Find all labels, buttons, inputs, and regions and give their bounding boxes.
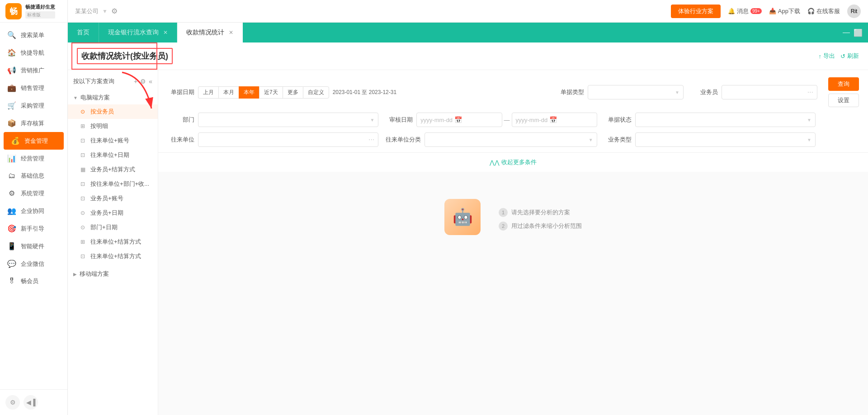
notification-btn[interactable]: 🔔 消息 99+ — [728, 7, 762, 15]
app-download-btn[interactable]: 📥 App下载 — [769, 7, 800, 15]
dept-field: 部门 ▼ — [167, 113, 378, 127]
date-tab-custom[interactable]: 自定义 — [303, 86, 329, 99]
scheme-item-salesperson-payment[interactable]: ▦ 业务员+结算方式 — [68, 162, 158, 177]
sidebar-item-collab[interactable]: 👥 企业协同 — [0, 202, 67, 220]
date-tab-7days[interactable]: 近7天 — [259, 86, 283, 99]
scheme-group-desktop-header[interactable]: ▼ 电脑端方案 — [68, 91, 158, 104]
sidebar-collapse-btn[interactable]: ◀▐ — [24, 395, 38, 410]
doc-type-field: 单据类型 ▼ — [557, 85, 684, 99]
guide-icon: 🎯 — [7, 224, 16, 233]
review-date-field: 审核日期 yyyy-mm-dd 📅 — yyyy-mm-dd 📅 — [386, 113, 597, 127]
sidebar-item-sales[interactable]: 💼 销售管理 — [0, 79, 67, 97]
tab-bar: 首页 现金银行流水查询 ✕ 收款情况统计 ✕ — ⬜ — [68, 23, 868, 42]
tab-collection-stats-close-icon[interactable]: ✕ — [229, 29, 233, 36]
dept-select[interactable]: ▼ — [198, 113, 378, 127]
sidebar-item-system[interactable]: ⚙ 系统管理 — [0, 184, 67, 202]
sidebar-item-basic-info[interactable]: 🗂 基础信息 — [0, 167, 67, 184]
tab-home[interactable]: 首页 — [68, 23, 99, 42]
online-service-btn[interactable]: 🎧 在线客服 — [807, 7, 840, 15]
biz-type-field: 业务类型 ▼ — [604, 132, 816, 147]
scheme-item-partner-payment2[interactable]: ⊡ 往来单位+结算方式 — [68, 249, 158, 264]
scheme-item-partner-account[interactable]: ⊡ 往来单位+账号 — [68, 133, 158, 148]
sidebar: 畅 畅捷通好生意 标准版 🔍 搜索菜单 🏠 快捷导航 📢 营销推广 💼 销售管理… — [0, 0, 68, 415]
collapse-up-icon: ⋀⋀ — [490, 159, 500, 166]
header-settings-icon[interactable]: ⚙ — [111, 7, 118, 15]
breadcrumb-chevron-icon: ▼ — [102, 8, 108, 14]
scheme-item-salesperson[interactable]: ⊙ 按业务员 — [68, 104, 158, 119]
sidebar-label-collab: 企业协同 — [21, 207, 44, 215]
doc-status-select[interactable]: ▼ — [635, 113, 816, 127]
scheme-item-detail[interactable]: ⊞ 按明细 — [68, 119, 158, 133]
refresh-button[interactable]: ↺ 刷新 — [840, 52, 859, 60]
page-title-actions: ↑ 导出 ↺ 刷新 — [819, 52, 859, 60]
calendar-start-icon: 📅 — [454, 116, 462, 123]
trial-button[interactable]: 体验行业方案 — [671, 5, 721, 18]
partner-category-field: 往来单位分类 ▼ — [386, 132, 597, 147]
sidebar-item-member[interactable]: 🎖 畅会员 — [0, 273, 67, 290]
partner-category-select[interactable]: ▼ — [425, 132, 597, 147]
sidebar-bottom: ⚙ ◀▐ — [0, 389, 67, 415]
user-avatar[interactable]: Rit — [847, 5, 861, 18]
scheme-item-sp-account[interactable]: ⊡ 业务员+账号 — [68, 191, 158, 206]
date-tab-last-month[interactable]: 上月 — [198, 86, 218, 99]
finance-icon: 💰 — [11, 137, 20, 145]
scheme-collapse-icon[interactable]: « — [149, 78, 152, 85]
scheme-item-partner-payment1[interactable]: ⊞ 往来单位+结算方式 — [68, 235, 158, 249]
date-range-text: 2023-01-01 至 2023-12-31 — [333, 89, 396, 96]
doc-type-chevron-icon: ▼ — [675, 90, 679, 95]
hardware-icon: 📱 — [7, 242, 16, 250]
sidebar-item-quick-nav[interactable]: 🏠 快捷导航 — [0, 44, 67, 61]
scheme-item-sp-date[interactable]: ⊙ 业务员+日期 — [68, 206, 158, 220]
sidebar-label-quick-nav: 快捷导航 — [21, 49, 44, 57]
search-icon: 🔍 — [7, 31, 16, 39]
main-area: 某某公司 ▼ ⚙ 体验行业方案 🔔 消息 99+ 📥 App下载 🎧 在线客服 … — [68, 0, 868, 415]
filter-row-2: 部门 ▼ 审核日期 yyyy-mm-dd 📅 — [167, 113, 859, 127]
tab-maximize-icon[interactable]: ⬜ — [854, 28, 863, 37]
query-button[interactable]: 查询 — [828, 77, 859, 91]
biz-type-select[interactable]: ▼ — [635, 132, 816, 147]
sidebar-item-purchase[interactable]: 🛒 采购管理 — [0, 97, 67, 114]
review-date-end-input[interactable]: yyyy-mm-dd 📅 — [512, 113, 597, 127]
tab-collection-stats-label: 收款情况统计 — [186, 28, 224, 37]
scheme-add-icon[interactable]: + — [134, 78, 137, 85]
sidebar-item-search[interactable]: 🔍 搜索菜单 — [0, 26, 67, 44]
sidebar-nav: 🔍 搜索菜单 🏠 快捷导航 📢 营销推广 💼 销售管理 🛒 采购管理 📦 库存核… — [0, 23, 67, 389]
date-tab-more[interactable]: 更多 — [283, 86, 303, 99]
salesperson-more-icon[interactable]: ··· — [807, 88, 813, 96]
scheme-item-partner-date[interactable]: ⊡ 往来单位+日期 — [68, 148, 158, 162]
sidebar-item-marketing[interactable]: 📢 营销推广 — [0, 61, 67, 79]
sales-icon: 💼 — [7, 84, 16, 92]
tab-collection-stats[interactable]: 收款情况统计 ✕ — [177, 23, 243, 42]
doc-type-select[interactable]: ▼ — [588, 85, 684, 99]
tab-bank-flow-close-icon[interactable]: ✕ — [163, 29, 168, 36]
scheme-item-label-partner-dept: 按往来单位+部门+收... — [90, 180, 149, 188]
scheme-group-mobile-header[interactable]: ▶ 移动端方案 — [68, 267, 158, 281]
partner-input[interactable]: ··· — [198, 132, 378, 147]
date-tab-this-year[interactable]: 本年 — [239, 86, 259, 99]
tab-bank-flow[interactable]: 现金银行流水查询 ✕ — [99, 23, 177, 42]
salesperson-input[interactable]: ··· — [722, 85, 817, 99]
scheme-item-partner-dept[interactable]: ⊡ 按往来单位+部门+收... — [68, 177, 158, 191]
scheme-settings-icon[interactable]: ⚙ — [140, 78, 146, 85]
tab-minimize-icon[interactable]: — — [843, 28, 850, 37]
sidebar-settings-btn[interactable]: ⚙ — [5, 395, 20, 410]
settings-button[interactable]: 设置 — [828, 94, 859, 107]
collapse-more-bar[interactable]: ⋀⋀ 收起更多条件 — [158, 152, 868, 172]
export-button[interactable]: ↑ 导出 — [819, 52, 835, 60]
sidebar-item-operations[interactable]: 📊 经营管理 — [0, 150, 67, 167]
export-icon: ↑ — [819, 53, 822, 60]
date-tab-this-month[interactable]: 本月 — [218, 86, 239, 99]
header-actions: 体验行业方案 🔔 消息 99+ 📥 App下载 🎧 在线客服 Rit — [671, 5, 861, 18]
sidebar-item-finance[interactable]: 💰 资金管理 — [4, 132, 64, 150]
bell-icon: 🔔 — [728, 8, 735, 14]
sidebar-item-inventory[interactable]: 📦 库存核算 — [0, 114, 67, 132]
review-date-start-input[interactable]: yyyy-mm-dd 📅 — [416, 113, 502, 127]
sidebar-item-guide[interactable]: 🎯 新手引导 — [0, 220, 67, 237]
scheme-item-icon-detail: ⊞ — [80, 123, 88, 129]
scheme-item-dept-date[interactable]: ⊙ 部门+日期 — [68, 220, 158, 235]
refresh-label: 刷新 — [847, 52, 859, 60]
dept-label: 部门 — [167, 116, 194, 124]
sidebar-item-hardware[interactable]: 📱 智能硬件 — [0, 237, 67, 255]
partner-more-icon[interactable]: ··· — [368, 136, 374, 144]
sidebar-item-wechat[interactable]: 💬 企业微信 — [0, 255, 67, 273]
